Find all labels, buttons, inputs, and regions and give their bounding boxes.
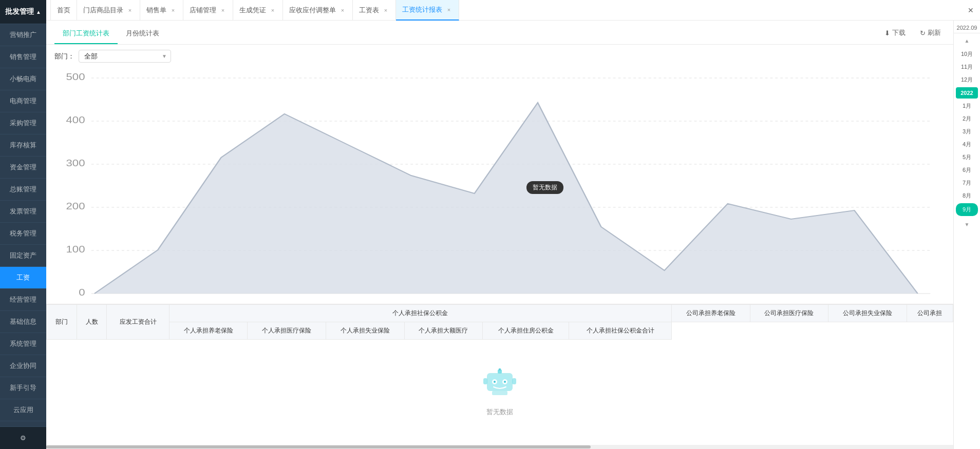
download-button[interactable]: ⬇ 下载 [880,26,910,40]
svg-point-18 [504,381,506,383]
sidebar-item-assets[interactable]: 固定资产 [0,245,46,267]
col-company-medical: 公司承担医疗保险 [750,305,828,322]
tab-sales-close[interactable]: × [169,7,177,14]
time-item-nov[interactable]: 11月 [954,61,980,73]
col-personal-housing: 个人承担住房公积金 [483,322,569,340]
tab-payroll-close[interactable]: × [382,7,389,14]
col-personal-unemployment: 个人承担失业保险 [326,322,404,340]
time-item-dec[interactable]: 12月 [954,73,980,86]
download-label: 下载 [892,28,906,37]
no-data-robot-icon [479,360,520,401]
sidebar-item-invoice[interactable]: 发票管理 [0,201,46,223]
sidebar-item-marketing[interactable]: 营销推广 [0,24,46,46]
time-item-sep[interactable]: 9月 [956,203,978,216]
tab-voucher[interactable]: 生成凭证 × [233,0,283,21]
sidebar-item-tax[interactable]: 税务管理 [0,223,46,245]
sidebar-item-ecommerce-small[interactable]: 小畅电商 [0,68,46,90]
sidebar-item-system[interactable]: 系统管理 [0,333,46,355]
sidebar-header: 批发管理 ▲ [0,0,46,24]
scrollbar-thumb[interactable] [46,445,591,448]
page-content: 部门工资统计表 月份统计表 ⬇ 下载 ↻ 刷新 [46,21,953,449]
tab-store-mgmt[interactable]: 店铺管理 × [183,0,233,21]
refresh-label: 刷新 [928,28,941,37]
time-down-button[interactable]: ▼ [961,218,973,230]
tab-all-close-button[interactable]: ✕ [966,5,976,15]
tab-store-catalog[interactable]: 门店商品目录 × [77,0,140,21]
time-item-mar[interactable]: 3月 [954,125,980,138]
svg-text:300: 300 [66,158,85,168]
col-company-pension: 公司承担养老保险 [672,305,750,322]
sub-tab-bar: 部门工资统计表 月份统计表 ⬇ 下载 ↻ 刷新 [46,21,953,45]
svg-rect-23 [492,391,507,395]
chart-svg: 0 100 200 300 400 500 [56,73,943,299]
sub-tab-dept-stats[interactable]: 部门工资统计表 [54,26,118,44]
sidebar-item-guide[interactable]: 新手引导 [0,377,46,399]
col-dept: 部门 [47,305,77,340]
tab-payroll-report-close[interactable]: × [445,6,453,13]
tab-payroll-report-label: 工资统计报表 [402,5,442,14]
col-group-personal: 个人承担社保公积金 [169,305,671,322]
chart-area: 0 100 200 300 400 500 暂无数据 [46,68,953,304]
time-item-feb[interactable]: 2月 [954,112,980,125]
tab-sales[interactable]: 销售单 × [140,0,183,21]
tab-sales-label: 销售单 [146,6,166,15]
time-item-may[interactable]: 5月 [954,151,980,164]
dept-select-wrapper: 全部 ▼ [79,50,171,63]
time-year-2022[interactable]: 2022 [956,87,978,99]
refresh-icon: ↻ [920,29,926,37]
sidebar-collapse-icon[interactable]: ▲ [36,9,41,15]
sidebar-item-finance[interactable]: 资金管理 [0,157,46,179]
sidebar-item-basic[interactable]: 基础信息 [0,311,46,333]
table-section: 部门 人数 应发工资合计 个人承担社保公积金 公司承担养老保险 公司承担医疗保险… [46,304,953,445]
col-personal-pension: 个人承担养老保险 [169,322,248,340]
col-personal-medical: 个人承担医疗保险 [248,322,326,340]
sidebar-item-sales[interactable]: 销售管理 [0,46,46,68]
sidebar-item-purchase[interactable]: 采购管理 [0,112,46,134]
data-table: 部门 人数 应发工资合计 个人承担社保公积金 公司承担养老保险 公司承担医疗保险… [46,304,953,340]
sub-tab-month-stats[interactable]: 月份统计表 [118,26,167,44]
tab-bar-actions: ✕ [966,5,976,15]
time-item-jun[interactable]: 6月 [954,164,980,177]
time-item-apr[interactable]: 4月 [954,138,980,151]
tab-adjustment-close[interactable]: × [339,7,346,14]
time-item-oct[interactable]: 10月 [954,48,980,61]
sidebar-settings[interactable]: ⚙ [0,426,46,449]
sidebar-item-enterprise[interactable]: 企业协同 [0,355,46,377]
dept-select[interactable]: 全部 [79,50,171,63]
content-area: 部门工资统计表 月份统计表 ⬇ 下载 ↻ 刷新 [46,21,980,449]
tab-store-catalog-close[interactable]: × [126,7,134,14]
no-data-state: 暂无数据 [46,340,953,437]
sub-tab-dept-stats-label: 部门工资统计表 [63,29,109,37]
tab-store-mgmt-label: 店铺管理 [190,6,216,15]
tab-voucher-close[interactable]: × [269,7,276,14]
sidebar-item-ecommerce[interactable]: 电商管理 [0,90,46,112]
svg-marker-12 [95,103,918,294]
sidebar-item-payroll[interactable]: 工资 [0,267,46,289]
col-company-other: 公司承担 [907,305,953,322]
sidebar-title: 批发管理 [5,7,34,16]
svg-rect-21 [483,378,487,384]
tab-payroll-report[interactable]: 工资统计报表 × [396,0,459,21]
tab-store-mgmt-close[interactable]: × [219,7,227,14]
svg-text:100: 100 [66,244,85,255]
gear-icon: ⚙ [20,434,26,442]
time-item-jul[interactable]: 7月 [954,177,980,189]
tab-payroll[interactable]: 工资表 × [353,0,396,21]
sidebar-item-inventory[interactable]: 库存核算 [0,134,46,157]
horizontal-scrollbar[interactable] [46,445,953,449]
sidebar-item-ledger[interactable]: 总账管理 [0,179,46,201]
tab-store-catalog-label: 门店商品目录 [83,6,123,15]
tab-home[interactable]: 首页 [50,0,77,21]
col-personal-total: 个人承担社保公积金合计 [569,322,672,340]
main-area: 首页 门店商品目录 × 销售单 × 店铺管理 × 生成凭证 × 应收应付调整单 … [46,0,980,449]
col-personal-major-medical: 个人承担大额医疗 [404,322,483,340]
tab-adjustment[interactable]: 应收应付调整单 × [283,0,353,21]
time-up-button[interactable]: ▲ [961,34,973,47]
toolbar-left: 部门： 全部 ▼ [54,50,171,63]
sidebar-item-cloud[interactable]: 云应用 [0,399,46,421]
svg-text:0: 0 [79,287,85,298]
time-item-aug[interactable]: 8月 [954,189,980,202]
refresh-button[interactable]: ↻ 刷新 [916,26,945,40]
sidebar-item-management[interactable]: 经营管理 [0,289,46,311]
time-item-jan[interactable]: 1月 [954,100,980,112]
